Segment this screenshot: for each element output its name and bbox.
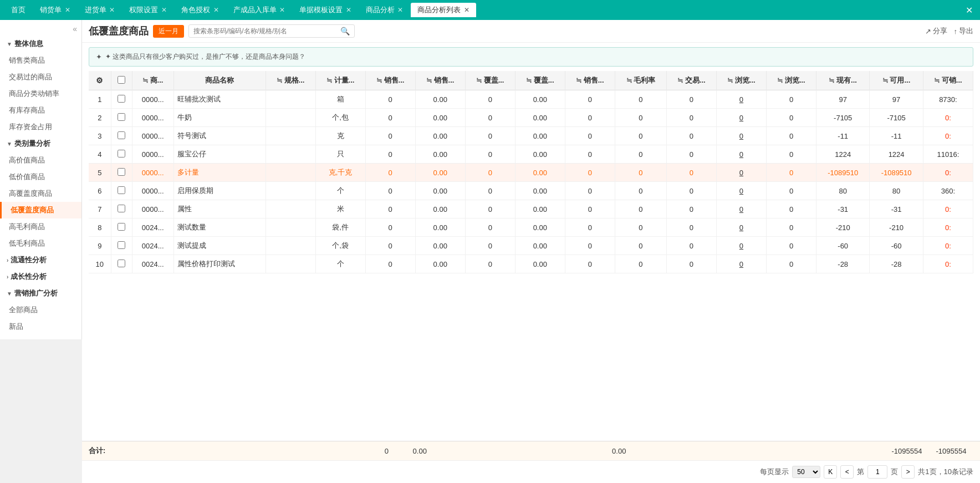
th-code[interactable]: ≒ 商... xyxy=(132,71,173,90)
view1-link[interactable]: 0 xyxy=(739,260,743,268)
cell-checkbox[interactable] xyxy=(111,182,132,200)
th-sales-amt[interactable]: ≒ 销售... xyxy=(415,71,465,90)
view1-link[interactable]: 0 xyxy=(739,95,743,104)
cell-view1[interactable]: 0 xyxy=(716,218,766,237)
table-row[interactable]: 10000...旺辅批次测试箱00.0000.000000097978730: xyxy=(89,90,973,109)
sidebar-item-category-rate[interactable]: 商品分类动销率 xyxy=(0,85,81,102)
cell-checkbox[interactable] xyxy=(111,127,132,145)
current-page-input[interactable] xyxy=(867,465,887,479)
sidebar-item-low-value[interactable]: 低价值商品 xyxy=(0,169,81,185)
sidebar-section-coverage[interactable]: ▼ 类别量分析 xyxy=(0,135,81,152)
sidebar-item-stock-capital[interactable]: 库存资金占用 xyxy=(0,119,81,135)
cell-checkbox[interactable] xyxy=(111,200,132,218)
nav-close-analysis[interactable]: ✕ xyxy=(397,6,403,14)
table-row[interactable]: 60000...启用保质期个00.0000.00000008080360: xyxy=(89,182,973,200)
table-row[interactable]: 70000...属性米00.0000.0000000-31-310: xyxy=(89,200,973,218)
nav-close-permissions[interactable]: ✕ xyxy=(161,6,167,14)
sidebar-item-high-margin[interactable]: 高毛利商品 xyxy=(0,218,81,235)
sidebar-item-low-margin[interactable]: 低毛利商品 xyxy=(0,235,81,252)
export-btn[interactable]: ↑ 导出 xyxy=(954,26,974,36)
th-sales3[interactable]: ≒ 销售... xyxy=(565,71,615,90)
sidebar-item-high-coverage[interactable]: 高覆盖度商品 xyxy=(0,185,81,202)
cell-view1[interactable]: 0 xyxy=(716,90,766,109)
search-input[interactable] xyxy=(193,27,338,35)
th-margin[interactable]: ≒ 毛利率 xyxy=(615,71,666,90)
row-checkbox[interactable] xyxy=(118,186,125,194)
sidebar-section-marketing[interactable]: ▼ 营销推广分析 xyxy=(0,285,81,302)
view1-link[interactable]: 0 xyxy=(739,114,743,122)
cell-view1[interactable]: 0 xyxy=(716,237,766,255)
nav-close-purchase[interactable]: ✕ xyxy=(109,6,115,14)
th-trade[interactable]: ≒ 交易... xyxy=(666,71,716,90)
prev-page-btn[interactable]: < xyxy=(840,465,854,479)
th-gear[interactable]: ⚙ xyxy=(89,71,111,90)
nav-item-purchase[interactable]: 进货单 ✕ xyxy=(78,3,122,17)
nav-close-roles[interactable]: ✕ xyxy=(213,6,219,14)
sidebar-item-all-goods[interactable]: 全部商品 xyxy=(0,302,81,318)
th-view2[interactable]: ≒ 浏览... xyxy=(766,71,816,90)
table-wrapper[interactable]: ⚙ ≒ 商... 商品名称 ≒ 规格... ≒ 计量... ≒ 销售... ≒ … xyxy=(82,71,980,441)
th-cover1[interactable]: ≒ 覆盖... xyxy=(465,71,515,90)
sidebar-section-growth[interactable]: › 成长性分析 xyxy=(0,268,81,285)
view1-link[interactable]: 0 xyxy=(739,132,743,140)
cell-checkbox[interactable] xyxy=(111,109,132,127)
view1-link[interactable]: 0 xyxy=(739,150,743,159)
table-row[interactable]: 50000...多计量克,千克00.0000.0000000-1089510-1… xyxy=(89,164,973,182)
nav-item-roles[interactable]: 角色授权 ✕ xyxy=(175,3,226,17)
sidebar-section-overall[interactable]: ▼ 整体信息 xyxy=(0,35,81,52)
cell-checkbox[interactable] xyxy=(111,255,132,273)
first-page-btn[interactable]: K xyxy=(824,465,837,479)
cell-view1[interactable]: 0 xyxy=(716,127,766,145)
th-name[interactable]: 商品名称 xyxy=(173,71,266,90)
nav-close-analysis-list[interactable]: ✕ xyxy=(464,6,469,14)
nav-item-permissions[interactable]: 权限设置 ✕ xyxy=(122,3,173,17)
sidebar-item-stocked-goods[interactable]: 有库存商品 xyxy=(0,102,81,119)
view1-link[interactable]: 0 xyxy=(739,205,743,213)
view1-link[interactable]: 0 xyxy=(739,242,743,250)
cell-view1[interactable]: 0 xyxy=(716,109,766,127)
cell-view1[interactable]: 0 xyxy=(716,200,766,218)
th-stock1[interactable]: ≒ 现有... xyxy=(816,71,870,90)
table-row[interactable]: 90024...测试提成个,袋00.0000.0000000-60-600: xyxy=(89,237,973,255)
sidebar-item-sales-goods[interactable]: 销售类商品 xyxy=(0,52,81,69)
th-cover2[interactable]: ≒ 覆盖... xyxy=(515,71,565,90)
nav-close-sales[interactable]: ✕ xyxy=(65,6,70,14)
th-stock2[interactable]: ≒ 可用... xyxy=(870,71,923,90)
cell-checkbox[interactable] xyxy=(111,164,132,182)
sidebar-collapse-btn[interactable]: « xyxy=(0,24,81,35)
view1-link[interactable]: 0 xyxy=(739,223,743,232)
table-row[interactable]: 20000...牛奶个,包00.0000.0000000-7105-71050: xyxy=(89,109,973,127)
search-icon[interactable]: 🔍 xyxy=(340,27,350,35)
th-checkbox[interactable] xyxy=(111,71,132,90)
cell-view1[interactable]: 0 xyxy=(716,255,766,273)
cell-view1[interactable]: 0 xyxy=(716,182,766,200)
cell-view1[interactable]: 0 xyxy=(716,145,766,164)
cell-checkbox[interactable] xyxy=(111,237,132,255)
th-unit[interactable]: ≒ 计量... xyxy=(315,71,365,90)
cell-checkbox[interactable] xyxy=(111,145,132,164)
row-checkbox[interactable] xyxy=(118,205,125,212)
sidebar-item-traded-goods[interactable]: 交易过的商品 xyxy=(0,69,81,85)
sidebar-item-new-goods[interactable]: 新品 xyxy=(0,318,81,335)
table-row[interactable]: 100024...属性价格打印测试个00.0000.0000000-28-280… xyxy=(89,255,973,273)
th-sales-count[interactable]: ≒ 销售... xyxy=(365,71,415,90)
view1-link[interactable]: 0 xyxy=(739,169,743,177)
next-page-btn[interactable]: > xyxy=(901,465,915,479)
th-view1[interactable]: ≒ 浏览... xyxy=(716,71,766,90)
nav-item-finished-goods[interactable]: 产成品入库单 ✕ xyxy=(227,3,292,17)
select-all-checkbox[interactable] xyxy=(118,76,125,84)
table-row[interactable]: 40000...服宝公仔只00.0000.0000000122412241101… xyxy=(89,145,973,164)
table-row[interactable]: 30000...符号测试克00.0000.0000000-11-110: xyxy=(89,127,973,145)
window-close-button[interactable]: ✕ xyxy=(962,3,976,17)
settings-icon[interactable]: ⚙ xyxy=(96,76,103,85)
row-checkbox[interactable] xyxy=(118,150,125,157)
nav-item-analysis[interactable]: 商品分析 ✕ xyxy=(359,3,410,17)
cell-checkbox[interactable] xyxy=(111,90,132,109)
cell-view1[interactable]: 0 xyxy=(716,164,766,182)
row-checkbox[interactable] xyxy=(118,168,125,176)
cell-checkbox[interactable] xyxy=(111,218,132,237)
nav-item-sales[interactable]: 销货单 ✕ xyxy=(33,3,77,17)
sidebar-item-low-coverage[interactable]: 低覆盖度商品 xyxy=(0,202,81,218)
nav-item-home[interactable]: 首页 xyxy=(4,3,32,17)
sidebar-section-flow[interactable]: › 流通性分析 xyxy=(0,252,81,268)
